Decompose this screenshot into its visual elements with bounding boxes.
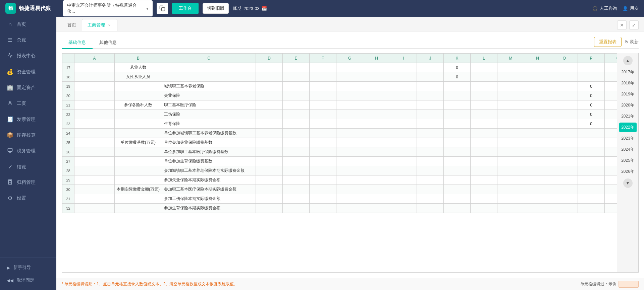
cell-28-o[interactable] — [551, 166, 578, 175]
cell-18-i[interactable] — [390, 72, 417, 82]
sidebar-item-archive[interactable]: 🗄 归档管理 — [0, 175, 56, 190]
cell-19-b[interactable] — [115, 82, 162, 91]
cell-29-m[interactable] — [497, 175, 524, 185]
cell-18-o[interactable] — [551, 72, 578, 82]
cell-19-h[interactable] — [363, 82, 390, 91]
cell-23-b[interactable] — [115, 119, 162, 129]
cell-26-b[interactable] — [115, 147, 162, 157]
sidebar-item-general-ledger[interactable]: ☰ 总账 — [0, 32, 56, 48]
cell-29-q[interactable] — [605, 175, 617, 185]
tab-home[interactable]: 首页 — [62, 19, 82, 31]
cell-30-n[interactable] — [524, 185, 551, 194]
cell-27-n[interactable] — [524, 157, 551, 166]
copy-button[interactable] — [157, 3, 168, 14]
year-nav-up[interactable]: ▲ — [623, 56, 633, 65]
sidebar-item-home[interactable]: ⌂ 首页 — [0, 17, 56, 32]
cell-19-k[interactable] — [444, 82, 471, 91]
cell-31-h[interactable] — [363, 194, 390, 204]
cell-27-g[interactable] — [336, 157, 363, 166]
cell-30-a[interactable] — [74, 185, 115, 194]
cell-22-q[interactable] — [605, 110, 617, 119]
cell-21-o[interactable] — [551, 100, 578, 110]
cell-21-e[interactable] — [283, 100, 310, 110]
cell-28-f[interactable] — [310, 166, 336, 175]
cell-31-d[interactable] — [256, 194, 283, 204]
cell-17-h[interactable] — [363, 63, 390, 72]
cell-32-k[interactable] — [444, 204, 471, 213]
cell-26-e[interactable] — [283, 147, 310, 157]
sub-tab-basic-info[interactable]: 基础信息 — [62, 37, 93, 49]
cell-23-d[interactable] — [256, 119, 283, 129]
cell-24-q[interactable] — [605, 129, 617, 138]
cell-31-n[interactable] — [524, 194, 551, 204]
cell-28-j[interactable] — [417, 166, 444, 175]
cell-17-d[interactable] — [256, 63, 283, 72]
sidebar-item-fixed-assets[interactable]: 🏢 固定资产 — [0, 80, 56, 95]
cell-23-m[interactable] — [497, 119, 524, 129]
cell-31-e[interactable] — [283, 194, 310, 204]
cell-24-m[interactable] — [497, 129, 524, 138]
cell-30-d[interactable] — [256, 185, 283, 194]
cell-19-e[interactable] — [283, 82, 310, 91]
cell-25-a[interactable] — [74, 138, 115, 147]
cell-17-m[interactable] — [497, 63, 524, 72]
cell-18-g[interactable] — [336, 72, 363, 82]
cell-27-m[interactable] — [497, 157, 524, 166]
cell-29-n[interactable] — [524, 175, 551, 185]
cell-23-q[interactable] — [605, 119, 617, 129]
sub-tab-other-info[interactable]: 其他信息 — [93, 37, 123, 49]
cell-25-p[interactable] — [578, 138, 605, 147]
user-area[interactable]: 👤 用友 — [623, 5, 639, 11]
cell-20-o[interactable] — [551, 91, 578, 100]
cell-19-c[interactable]: 城镇职工基本养老保险 — [162, 82, 256, 91]
cell-21-q[interactable] — [605, 100, 617, 110]
cell-23-o[interactable] — [551, 119, 578, 129]
cell-21-f[interactable] — [310, 100, 336, 110]
cell-24-b[interactable] — [115, 129, 162, 138]
cell-30-g[interactable] — [336, 185, 363, 194]
cell-28-i[interactable] — [390, 166, 417, 175]
cell-25-i[interactable] — [390, 138, 417, 147]
cell-19-d[interactable] — [256, 82, 283, 91]
cell-19-a[interactable] — [74, 82, 115, 91]
cell-30-p[interactable] — [578, 185, 605, 194]
cell-17-j[interactable] — [417, 63, 444, 72]
cell-25-o[interactable] — [551, 138, 578, 147]
sidebar-item-payroll[interactable]: 工资 — [0, 95, 56, 112]
cell-24-l[interactable] — [471, 129, 497, 138]
cell-22-k[interactable] — [444, 110, 471, 119]
cell-17-p[interactable] — [578, 63, 605, 72]
sidebar-item-fund[interactable]: 💰 资金管理 — [0, 64, 56, 80]
cell-23-n[interactable] — [524, 119, 551, 129]
cell-29-a[interactable] — [74, 175, 115, 185]
cell-19-i[interactable] — [390, 82, 417, 91]
cell-28-n[interactable] — [524, 166, 551, 175]
cell-25-n[interactable] — [524, 138, 551, 147]
cell-17-k[interactable]: 0 — [444, 63, 471, 72]
cell-23-j[interactable] — [417, 119, 444, 129]
cell-18-m[interactable] — [497, 72, 524, 82]
cell-22-f[interactable] — [310, 110, 336, 119]
year-2026[interactable]: 2026年 — [619, 167, 637, 176]
cell-27-o[interactable] — [551, 157, 578, 166]
cell-17-a[interactable] — [74, 63, 115, 72]
cell-26-f[interactable] — [310, 147, 336, 157]
cell-25-g[interactable] — [336, 138, 363, 147]
cell-25-l[interactable] — [471, 138, 497, 147]
cell-30-i[interactable] — [390, 185, 417, 194]
company-selector[interactable]: 中审众环会计师事务所（特殊普通合伙... ▾ — [63, 0, 153, 16]
cell-22-i[interactable] — [390, 110, 417, 119]
cell-24-d[interactable] — [256, 129, 283, 138]
year-2021[interactable]: 2021年 — [619, 112, 637, 121]
cell-29-g[interactable] — [336, 175, 363, 185]
cell-31-f[interactable] — [310, 194, 336, 204]
cell-24-f[interactable] — [310, 129, 336, 138]
cell-27-h[interactable] — [363, 157, 390, 166]
cell-27-a[interactable] — [74, 157, 115, 166]
sidebar-item-tax[interactable]: 税务管理 — [0, 143, 56, 159]
calendar-icon[interactable]: 📅 — [262, 6, 267, 11]
cell-32-i[interactable] — [390, 204, 417, 213]
cell-29-b[interactable] — [115, 175, 162, 185]
cell-29-o[interactable] — [551, 175, 578, 185]
cell-28-a[interactable] — [74, 166, 115, 175]
